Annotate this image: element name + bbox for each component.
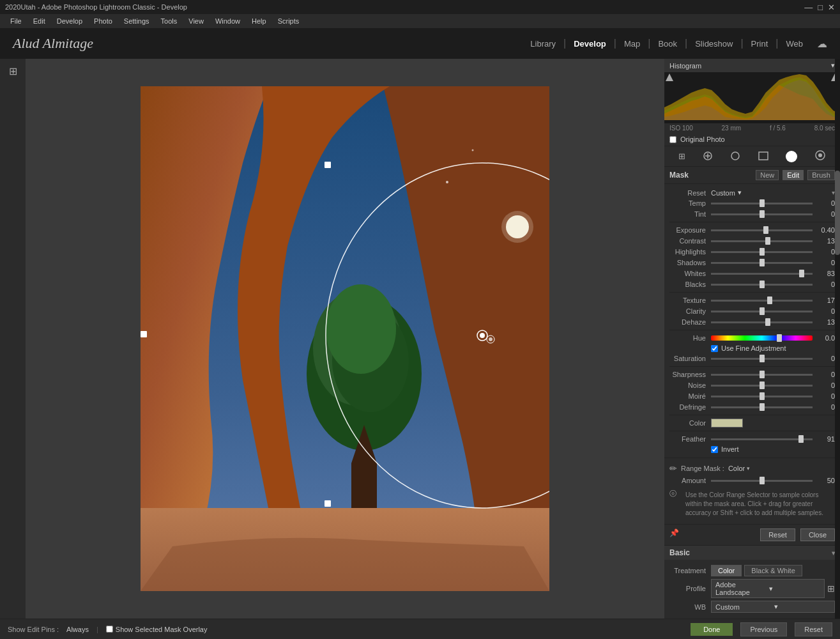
menu-view[interactable]: View bbox=[183, 16, 209, 26]
reset-dropdown[interactable]: Custom ▾ bbox=[711, 189, 742, 197]
menu-file[interactable]: File bbox=[5, 16, 27, 26]
dehaze-slider[interactable] bbox=[711, 321, 813, 323]
nav-web[interactable]: Web bbox=[781, 36, 809, 51]
saturation-slider[interactable] bbox=[711, 358, 813, 360]
clarity-slider-container[interactable] bbox=[711, 307, 813, 316]
left-tool-1[interactable]: ⊞ bbox=[9, 65, 17, 77]
always-select[interactable]: Always bbox=[66, 626, 89, 633]
blacks-slider[interactable] bbox=[711, 284, 813, 286]
nav-book[interactable]: Book bbox=[653, 36, 682, 51]
texture-slider-container[interactable] bbox=[711, 296, 813, 305]
contrast-slider[interactable] bbox=[711, 240, 813, 242]
moire-slider-container[interactable] bbox=[711, 392, 813, 401]
cloud-icon[interactable]: ☁ bbox=[817, 38, 827, 50]
menu-tools[interactable]: Tools bbox=[156, 16, 183, 26]
shadows-slider[interactable] bbox=[711, 262, 813, 264]
feather-slider-container[interactable] bbox=[711, 435, 813, 443]
panel-pin-icon[interactable]: 📌 bbox=[669, 528, 679, 541]
maximize-btn[interactable]: □ bbox=[818, 3, 823, 12]
whites-slider-container[interactable] bbox=[711, 269, 813, 278]
texture-slider[interactable] bbox=[711, 300, 813, 302]
title-bar-controls[interactable]: — □ ✕ bbox=[804, 3, 835, 12]
tint-slider[interactable] bbox=[711, 213, 813, 215]
nav-print[interactable]: Print bbox=[746, 36, 774, 51]
nav-slideshow[interactable]: Slideshow bbox=[690, 36, 738, 51]
menu-photo[interactable]: Photo bbox=[89, 16, 118, 26]
sharpness-slider[interactable] bbox=[711, 374, 813, 376]
wb-dropdown[interactable]: Custom ▾ bbox=[711, 601, 835, 613]
defringe-slider[interactable] bbox=[711, 406, 813, 408]
menu-edit[interactable]: Edit bbox=[28, 16, 50, 26]
menu-window[interactable]: Window bbox=[210, 16, 245, 26]
temp-slider[interactable] bbox=[711, 203, 813, 204]
mask-new-btn[interactable]: New bbox=[756, 170, 779, 180]
menu-scripts[interactable]: Scripts bbox=[273, 16, 305, 26]
svg-point-8 bbox=[446, 181, 448, 183]
right-panel-wrapper: Histogram ▾ I bbox=[664, 59, 840, 619]
show-mask-checkbox[interactable] bbox=[106, 626, 113, 633]
blacks-slider-container[interactable] bbox=[711, 280, 813, 289]
profile-dropdown[interactable]: Adobe Landscape ▾ bbox=[711, 579, 825, 598]
menu-develop[interactable]: Develop bbox=[52, 16, 88, 26]
menu-settings[interactable]: Settings bbox=[119, 16, 155, 26]
basic-header[interactable]: Basic bbox=[664, 546, 840, 560]
original-photo-label: Original Photo bbox=[680, 135, 725, 143]
profile-grid-icon[interactable]: ⊞ bbox=[827, 583, 835, 594]
color-swatch[interactable] bbox=[711, 419, 743, 427]
noise-slider-container[interactable] bbox=[711, 381, 813, 390]
mask-tool[interactable] bbox=[758, 151, 768, 162]
nav-library[interactable]: Library bbox=[525, 36, 561, 51]
tint-slider-container[interactable] bbox=[711, 210, 813, 219]
amount-slider-container[interactable] bbox=[711, 476, 813, 485]
mask-close-btn[interactable]: Close bbox=[800, 528, 835, 541]
reset-button[interactable]: Reset bbox=[795, 622, 832, 636]
scroll-thumb[interactable] bbox=[835, 171, 840, 254]
color-btn[interactable]: Color bbox=[711, 565, 742, 576]
fine-adj-checkbox[interactable] bbox=[711, 345, 718, 352]
photo-svg bbox=[141, 86, 549, 591]
highlights-slider-container[interactable] bbox=[711, 247, 813, 256]
nav-map[interactable]: Map bbox=[619, 36, 645, 51]
red-eye-tool[interactable] bbox=[730, 151, 740, 162]
radial-tool[interactable] bbox=[786, 151, 797, 162]
bw-btn[interactable]: Black & White bbox=[744, 565, 802, 576]
profile-row: Profile Adobe Landscape ▾ ⊞ bbox=[669, 579, 835, 598]
heal-tool[interactable] bbox=[703, 151, 713, 162]
range-mask-dropdown[interactable]: Color ▾ bbox=[728, 465, 750, 472]
hue-slider-container[interactable] bbox=[711, 334, 813, 343]
nav-develop[interactable]: Develop bbox=[569, 36, 611, 51]
mask-brush-btn[interactable]: Brush bbox=[807, 170, 835, 180]
pencil-icon[interactable]: ✏ bbox=[669, 463, 677, 473]
main-area: ⊞ bbox=[0, 59, 840, 619]
whites-slider[interactable] bbox=[711, 273, 813, 275]
moire-slider[interactable] bbox=[711, 396, 813, 397]
exposure-slider-container[interactable] bbox=[711, 226, 813, 235]
crop-tool[interactable]: ⊞ bbox=[678, 151, 685, 161]
invert-checkbox[interactable] bbox=[711, 446, 718, 453]
saturation-slider-container[interactable] bbox=[711, 354, 813, 363]
shadows-slider-container[interactable] bbox=[711, 258, 813, 267]
noise-slider[interactable] bbox=[711, 385, 813, 387]
hue-thumb[interactable] bbox=[777, 334, 782, 342]
scroll-bar[interactable] bbox=[835, 59, 840, 619]
mask-edit-btn[interactable]: Edit bbox=[783, 170, 804, 180]
amount-slider[interactable] bbox=[711, 480, 813, 482]
close-btn[interactable]: ✕ bbox=[828, 3, 835, 12]
tone-curve-tool[interactable] bbox=[814, 150, 826, 163]
clarity-slider[interactable] bbox=[711, 311, 813, 312]
feather-slider[interactable] bbox=[711, 438, 813, 440]
previous-button[interactable]: Previous bbox=[740, 622, 787, 636]
defringe-slider-container[interactable] bbox=[711, 403, 813, 412]
done-button[interactable]: Done bbox=[691, 623, 733, 636]
highlights-slider[interactable] bbox=[711, 251, 813, 253]
exposure-slider[interactable] bbox=[711, 229, 813, 231]
original-photo-checkbox[interactable] bbox=[669, 136, 676, 143]
minimize-btn[interactable]: — bbox=[804, 3, 813, 12]
mask-reset-btn[interactable]: Reset bbox=[760, 528, 795, 541]
eyedropper-icon[interactable]: ⦾ bbox=[669, 488, 676, 499]
dehaze-slider-container[interactable] bbox=[711, 318, 813, 327]
contrast-slider-container[interactable] bbox=[711, 236, 813, 245]
temp-slider-container[interactable] bbox=[711, 199, 813, 208]
menu-help[interactable]: Help bbox=[247, 16, 271, 26]
sharpness-slider-container[interactable] bbox=[711, 370, 813, 379]
